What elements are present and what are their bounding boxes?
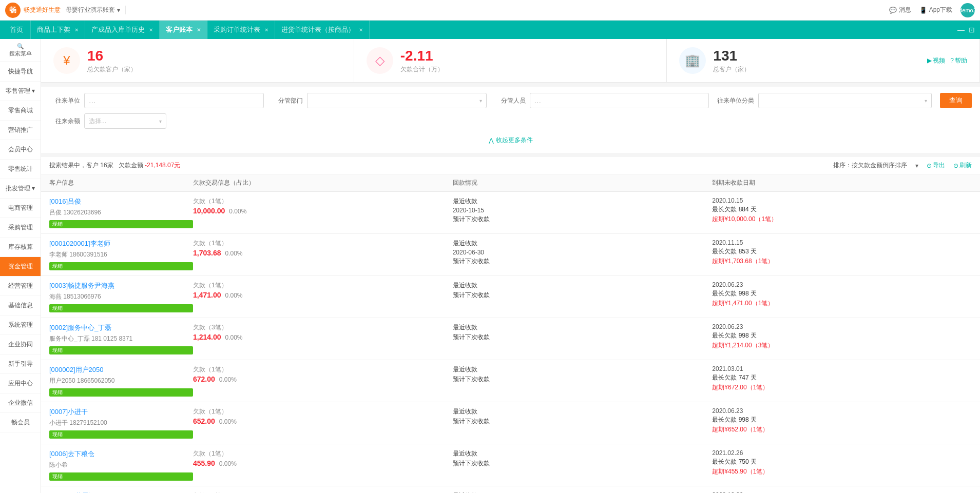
customer-id-3[interactable]: [0002]服务中心_丁磊 (49, 323, 193, 332)
user-menu-button[interactable]: demo2 (960, 3, 975, 17)
tab-goods-close-icon[interactable]: ✕ (74, 27, 79, 33)
customer-sub-3: 服务中心_丁磊 181 0125 8371 (49, 334, 193, 343)
sidebar-item-basic-info[interactable]: 基础信息 (0, 296, 41, 315)
tab-inbound-close-icon[interactable]: ✕ (359, 27, 363, 33)
help-btn[interactable]: ? 帮助 (950, 56, 967, 65)
tab-produce-close-icon[interactable]: ✕ (149, 27, 153, 33)
collapse-label: 收起更多条件 (496, 136, 533, 145)
tab-home[interactable]: 首页 (3, 21, 31, 39)
sidebar-item-purchase[interactable]: 采购管理 (0, 218, 41, 238)
logo-text: 畅 (9, 6, 16, 15)
unit-class-input[interactable]: ▾ (758, 93, 932, 108)
collapse-button[interactable]: ⋀ 收起更多条件 (49, 134, 972, 147)
customer-id-0[interactable]: [0016]吕俊 (49, 197, 193, 206)
message-button[interactable]: 💬 消息 (889, 6, 911, 14)
export-icon: ⊙ (927, 162, 932, 169)
sidebar-item-retail-mgmt[interactable]: 零售管理 ▾ (0, 82, 41, 101)
tab-purchase-close-icon[interactable]: ✕ (264, 27, 268, 33)
customer-cell-0: [0016]吕俊 吕俊 13026203696 现销 (49, 197, 193, 228)
overdue-amount-6[interactable]: 超期¥455.90（1笔） (712, 467, 972, 476)
debt-amount-row-6: 455.90 0.00% (193, 459, 453, 467)
sidebar-item-operation[interactable]: 经营管理 (0, 277, 41, 296)
search-button[interactable]: 查询 (940, 93, 972, 108)
overdue-days-1: 最长欠款 853 天 (712, 247, 972, 256)
export-button[interactable]: ⊙ 导出 (927, 161, 945, 170)
person-input[interactable]: ... (530, 93, 709, 108)
sidebar-item-wecom[interactable]: 企业微信 (0, 393, 41, 413)
tab-goods[interactable]: 商品上下架 ✕ (31, 21, 85, 39)
recent-label-5: 最近收款 (453, 407, 713, 416)
dept-input[interactable]: ▾ (307, 93, 487, 108)
debt-cell-2: 欠款（1笔） 1,471.00 0.00% (193, 281, 453, 299)
refresh-button[interactable]: ⊙ 刷新 (953, 161, 972, 170)
nav-collapse-icon[interactable]: — (957, 26, 965, 34)
overdue-amount-2[interactable]: 超期¥1,471.00（1笔） (712, 299, 972, 308)
overdue-amount-1[interactable]: 超期¥1,703.68（1笔） (712, 257, 972, 266)
overdue-days-6: 最长欠款 750 天 (712, 458, 972, 466)
recent-date-0: 2020-10-15 (453, 207, 713, 214)
overdue-amount-3[interactable]: 超期¥1,214.00（3笔） (712, 341, 972, 350)
retail-stat-label: 零售统计 (8, 165, 33, 172)
next-label-4: 预计下次收款 (453, 375, 713, 384)
customer-id-5[interactable]: [0007]小进干 (49, 407, 193, 417)
customer-cell-3: [0002]服务中心_丁磊 服务中心_丁磊 181 0125 8371 现销 (49, 323, 193, 354)
sidebar-item-retail-mall[interactable]: 零售商城 (0, 101, 41, 121)
sidebar-item-retail-stat[interactable]: 零售统计 (0, 160, 41, 179)
sidebar-item-system[interactable]: 系统管理 (0, 315, 41, 335)
collection-cell-0: 最近收款 2020-10-15 预计下次收款 (453, 197, 713, 224)
customer-tag-1: 现销 (49, 262, 193, 270)
sidebar-item-marketing[interactable]: 营销推广 (0, 121, 41, 140)
app-download-button[interactable]: 📱 App下载 (919, 6, 952, 14)
tab-inbound[interactable]: 进货单统计表（按商品） ✕ (275, 21, 370, 39)
debt-amount-6: 455.90 (193, 459, 215, 467)
sidebar-item-capital[interactable]: 资金管理 (0, 257, 41, 277)
filter-unit-class: 往来单位分类 ▾ (717, 93, 932, 108)
debt-cell-1: 欠款（1笔） 1,703.68 0.00% (193, 239, 453, 257)
overdue-amount-4[interactable]: 超期¥672.00（1笔） (712, 383, 972, 392)
sidebar-search[interactable]: 🔍 搜索菜单 (0, 39, 41, 62)
remaining-input[interactable]: 选择... ▾ (84, 113, 166, 129)
sidebar-item-member[interactable]: 会员中心 (0, 140, 41, 160)
tab-customer[interactable]: 客户账本 ✕ (160, 21, 207, 39)
table-row: [0007]小进干 小进干 18279152100 现销 欠款（1笔） 652.… (41, 402, 980, 444)
tab-purchase-label: 采购订单统计表 (214, 25, 260, 34)
sidebar: 🔍 搜索菜单 快捷导航 零售管理 ▾ 零售商城 营销推广 会员中心 零售统计 (0, 39, 41, 493)
sidebar-item-ecom[interactable]: 电商管理 (0, 199, 41, 218)
overdue-amount-value: -2.11 (400, 48, 444, 64)
tab-produce[interactable]: 产成品入库单历史 ✕ (85, 21, 160, 39)
main-layout: 🔍 搜索菜单 快捷导航 零售管理 ▾ 零售商城 营销推广 会员中心 零售统计 (0, 39, 980, 493)
overdue-amount-0[interactable]: 超期¥10,000.00（1笔） (712, 215, 972, 224)
from-unit-input[interactable]: ... (84, 93, 264, 108)
tab-customer-close-icon[interactable]: ✕ (197, 27, 201, 33)
retail-mall-label: 零售商城 (8, 107, 33, 114)
sidebar-item-batch-mgmt[interactable]: 批发管理 ▾ (0, 179, 41, 199)
customer-id-6[interactable]: [0006]去下粮仓 (49, 449, 193, 459)
overdue-amount-5[interactable]: 超期¥652.00（1笔） (712, 425, 972, 434)
sidebar-item-inventory[interactable]: 库存核算 (0, 238, 41, 257)
nav-expand-icon[interactable]: ⊡ (969, 26, 975, 34)
customer-id-4[interactable]: [000002]用户2050 (49, 365, 193, 374)
sidebar-item-vip[interactable]: 畅会员 (0, 413, 41, 432)
sidebar-item-enterprise[interactable]: 企业协同 (0, 335, 41, 354)
batch-mgmt-chevron-icon: ▾ (32, 185, 35, 192)
customer-id-2[interactable]: [0003]畅捷服务尹海燕 (49, 281, 193, 290)
newbie-label: 新手引导 (8, 360, 33, 367)
overdue-days-4: 最长欠款 747 天 (712, 373, 972, 382)
sidebar-item-quick-nav[interactable]: 快捷导航 (0, 62, 41, 82)
debt-amount-row-3: 1,214.00 0.00% (193, 333, 453, 341)
operation-label: 经营管理 (8, 282, 33, 289)
tab-purchase[interactable]: 采购订单统计表 ✕ (207, 21, 275, 39)
export-label: 导出 (933, 161, 945, 170)
due-date-3: 2020.06.23 (712, 323, 972, 330)
store-selector[interactable]: 母婴行业演示账套 ▾ (61, 6, 126, 14)
sidebar-item-newbie[interactable]: 新手引导 (0, 354, 41, 374)
debt-percent-1: 0.00% (225, 250, 243, 257)
due-date-4: 2021.03.01 (712, 365, 972, 372)
header-right: 💬 消息 📱 App下载 demo2 (889, 3, 975, 17)
video-btn[interactable]: ▶ 视频 (927, 56, 945, 65)
col-debt-info: 欠款交易信息（占比） (193, 179, 453, 187)
customer-tag-2: 现销 (49, 304, 193, 312)
sidebar-item-app-center[interactable]: 应用中心 (0, 374, 41, 393)
basic-info-label: 基础信息 (8, 302, 33, 309)
customer-id-1[interactable]: [0001020001]李老师 (49, 239, 193, 248)
